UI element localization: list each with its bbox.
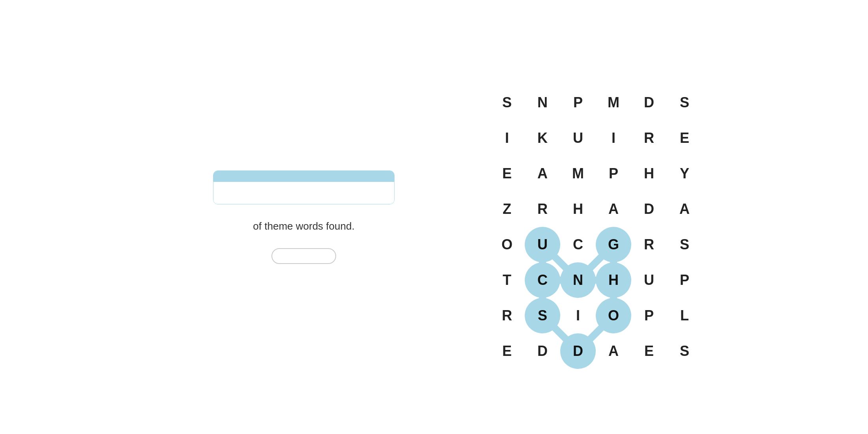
grid-cell[interactable]: I	[560, 298, 596, 333]
grid-cell[interactable]: A	[667, 191, 702, 227]
grid-cell[interactable]: U	[525, 227, 560, 262]
grid-cell[interactable]: I	[489, 120, 525, 156]
grid-cell[interactable]: A	[596, 333, 631, 369]
theme-value	[213, 182, 394, 204]
right-panel: SNPMDSIKUIREEAMPHYZRHADAOUCGRSTCNHUPRSIO…	[489, 65, 702, 369]
grid-cell[interactable]: H	[631, 156, 667, 191]
grid-cell[interactable]: P	[631, 298, 667, 333]
grid-cell[interactable]: A	[596, 191, 631, 227]
grid-cell[interactable]: R	[631, 120, 667, 156]
grid-wrapper: SNPMDSIKUIREEAMPHYZRHADAOUCGRSTCNHUPRSIO…	[489, 85, 702, 369]
grid-cell[interactable]: S	[667, 333, 702, 369]
grid-cell[interactable]: H	[596, 262, 631, 298]
grid-cell[interactable]: E	[489, 156, 525, 191]
grid-cell[interactable]: R	[525, 191, 560, 227]
grid-cell[interactable]: M	[560, 156, 596, 191]
hint-button[interactable]	[271, 248, 336, 264]
grid-cell[interactable]: I	[596, 120, 631, 156]
grid-cell[interactable]: G	[596, 227, 631, 262]
grid-cell[interactable]: Z	[489, 191, 525, 227]
grid-cell[interactable]: S	[525, 298, 560, 333]
grid-cell[interactable]: E	[489, 333, 525, 369]
main-container: of theme words found. SNPMDSIKUIREEAMPHY…	[0, 0, 868, 434]
grid-cell[interactable]: P	[667, 262, 702, 298]
found-of: of	[253, 220, 264, 232]
grid-cell[interactable]: D	[525, 333, 560, 369]
grid-cell[interactable]: D	[631, 191, 667, 227]
grid-cell[interactable]: R	[489, 298, 525, 333]
found-text: of theme words found.	[253, 220, 354, 232]
grid-cell[interactable]: H	[560, 191, 596, 227]
grid-cell[interactable]: U	[560, 120, 596, 156]
grid-cell[interactable]: D	[560, 333, 596, 369]
grid-cell[interactable]: S	[489, 85, 525, 120]
grid-cell[interactable]: E	[631, 333, 667, 369]
grid-cell[interactable]: O	[489, 227, 525, 262]
grid-cell[interactable]: D	[631, 85, 667, 120]
letter-grid: SNPMDSIKUIREEAMPHYZRHADAOUCGRSTCNHUPRSIO…	[489, 85, 702, 369]
grid-cell[interactable]: Y	[667, 156, 702, 191]
grid-cell[interactable]: P	[560, 85, 596, 120]
grid-cell[interactable]: A	[525, 156, 560, 191]
grid-cell[interactable]: L	[667, 298, 702, 333]
grid-cell[interactable]: S	[667, 227, 702, 262]
grid-cell[interactable]: E	[667, 120, 702, 156]
grid-cell[interactable]: R	[631, 227, 667, 262]
grid-cell[interactable]: M	[596, 85, 631, 120]
grid-cell[interactable]: K	[525, 120, 560, 156]
theme-box	[213, 170, 395, 204]
grid-cell[interactable]: C	[525, 262, 560, 298]
grid-cell[interactable]: T	[489, 262, 525, 298]
left-panel: of theme words found.	[166, 170, 442, 264]
grid-cell[interactable]: N	[560, 262, 596, 298]
grid-cell[interactable]: S	[667, 85, 702, 120]
grid-cell[interactable]: O	[596, 298, 631, 333]
found-suffix: theme words found.	[264, 220, 354, 232]
theme-header	[213, 171, 394, 182]
grid-cell[interactable]: C	[560, 227, 596, 262]
grid-cell[interactable]: U	[631, 262, 667, 298]
grid-cell[interactable]: N	[525, 85, 560, 120]
grid-cell[interactable]: P	[596, 156, 631, 191]
